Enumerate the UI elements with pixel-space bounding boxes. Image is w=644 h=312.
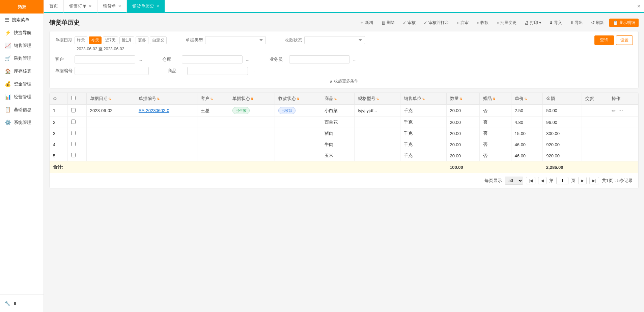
date-btn-today[interactable]: 今天 <box>89 36 102 44</box>
th-doc-date: 单据日期⇅ <box>86 93 135 105</box>
td-transaction <box>582 128 608 139</box>
export-button[interactable]: ⬆ 导出 <box>567 19 586 27</box>
sort-icon-unit-price[interactable]: ⇅ <box>524 97 527 101</box>
td-action: ✏⋯ <box>608 105 638 117</box>
show-detail-button[interactable]: 📋 显示明细 <box>609 19 639 27</box>
next-page-button[interactable]: ▶ <box>578 177 587 184</box>
doc-no-input[interactable] <box>75 67 149 75</box>
goods-ellipsis[interactable]: ... <box>250 68 256 74</box>
audit-print-button[interactable]: ✓ 审核并打印 <box>421 19 451 27</box>
sort-icon-doc-status[interactable]: ⇅ <box>251 97 253 101</box>
customer-input[interactable] <box>75 55 135 63</box>
date-btn-more[interactable]: 更多 <box>136 36 148 44</box>
tab-sales-goods[interactable]: 销货单 ✕ <box>97 0 127 12</box>
first-page-button[interactable]: |◀ <box>526 177 535 184</box>
sidebar-bottom-item-1[interactable]: 🔧 ⏸ <box>0 297 44 309</box>
td-row-checkbox[interactable] <box>67 150 86 161</box>
th-amount: 金额 <box>543 93 582 105</box>
sidebar-item-sys-mgmt[interactable]: ⚙️ 系统管理 <box>0 116 44 129</box>
sort-icon-spec[interactable]: ⇅ <box>376 97 379 101</box>
select-all-checkbox[interactable] <box>71 96 76 100</box>
tab-sales-order-close[interactable]: ✕ <box>89 4 92 8</box>
collect-status-select[interactable] <box>304 36 365 44</box>
customer-ellipsis[interactable]: ... <box>137 56 143 62</box>
import-button[interactable]: ⬇ 导入 <box>547 19 565 27</box>
more-icon[interactable]: ⋯ <box>618 108 623 113</box>
doc-type-select[interactable] <box>205 36 266 44</box>
sidebar-item-purchase-mgmt[interactable]: 🛒 采购管理 <box>0 52 44 65</box>
summary-qty: 100.00 <box>446 161 479 173</box>
goods-input[interactable] <box>187 67 248 75</box>
summary-label: 合计: <box>50 161 86 173</box>
sort-icon-collect-status[interactable]: ⇅ <box>297 97 299 101</box>
sidebar-item-finance-mgmt[interactable]: 💰 资金管理 <box>0 78 44 90</box>
delete-button[interactable]: 🗑 删除 <box>379 19 397 27</box>
audit-button[interactable]: ✓ 审核 <box>400 19 418 27</box>
warehouse-input[interactable] <box>182 55 243 63</box>
batch-change-button[interactable]: ○ 批量变更 <box>494 19 519 27</box>
sort-icon-goods[interactable]: ⇅ <box>334 97 337 101</box>
sort-icon-qty[interactable]: ⇅ <box>459 97 462 101</box>
add-button[interactable]: ＋ 新增 <box>357 18 376 27</box>
refresh-button[interactable]: ↺ 刷新 <box>588 19 607 27</box>
sidebar-item-basic-info[interactable]: 📋 基础信息 <box>0 103 44 116</box>
collect-button[interactable]: ○ 收款 <box>474 19 491 27</box>
sort-icon-customer[interactable]: ⇅ <box>210 97 213 101</box>
date-btn-7days[interactable]: 近7天 <box>103 36 118 44</box>
tab-sales-order[interactable]: 销售订单 ✕ <box>64 0 97 12</box>
search-button[interactable]: 查询 <box>594 35 614 45</box>
salesman-label: 业务员 <box>270 56 287 62</box>
edit-icon[interactable]: ✏ <box>612 108 616 113</box>
th-unit-label: 销售单位 <box>404 96 421 101</box>
row-checkbox-4[interactable] <box>71 153 76 157</box>
row-checkbox-2[interactable] <box>71 131 76 135</box>
td-row-checkbox[interactable] <box>67 128 86 139</box>
sidebar-item-search-menu[interactable]: ☰ 搜索菜单 <box>0 14 44 26</box>
td-row-checkbox[interactable] <box>67 117 86 128</box>
prev-page-button[interactable]: ◀ <box>538 177 547 184</box>
tab-sales-goods-close[interactable]: ✕ <box>118 4 121 8</box>
print-button[interactable]: 🖨 打印 ▾ <box>522 19 544 27</box>
sort-icon-doc-no[interactable]: ⇅ <box>157 97 160 101</box>
tabs-bar: 首页 销售订单 ✕ 销货单 ✕ 销货单历史 ✕ ✕ <box>44 0 644 13</box>
td-goods: 牛肉 <box>321 139 354 150</box>
td-goods: 玉米 <box>321 150 354 161</box>
tab-sales-history[interactable]: 销货单历史 ✕ <box>127 0 165 12</box>
tab-home[interactable]: 首页 <box>44 0 64 12</box>
sort-icon-gift[interactable]: ⇅ <box>493 97 495 101</box>
sidebar-item-inventory[interactable]: 🏠 库存核算 <box>0 65 44 78</box>
date-btn-yesterday[interactable]: 昨天 <box>75 36 87 44</box>
sort-icon-unit[interactable]: ⇅ <box>422 97 425 101</box>
tab-sales-history-close[interactable]: ✕ <box>156 4 159 8</box>
th-collect-status: 收款状态⇅ <box>275 93 321 105</box>
last-page-button[interactable]: ▶| <box>589 177 599 184</box>
row-checkbox-3[interactable] <box>71 142 76 146</box>
abandon-button[interactable]: ○ 弃审 <box>454 19 471 27</box>
td-doc-no: SA-20230602-0 <box>135 105 197 117</box>
page-size-select[interactable]: 50 20 100 <box>505 177 523 185</box>
th-settings[interactable]: ⚙ <box>50 93 67 105</box>
settings-button[interactable]: 设置 <box>616 35 633 45</box>
collapse-button[interactable]: ∧ 收起更多条件 <box>55 78 633 84</box>
sort-icon-doc-date[interactable]: ⇅ <box>108 97 111 101</box>
date-btn-1month[interactable]: 近1月 <box>119 36 135 44</box>
row-checkbox-1[interactable] <box>71 120 76 124</box>
sidebar-item-ops-mgmt[interactable]: 📊 经营管理 <box>0 90 44 103</box>
doc-type-label: 单据类型 <box>186 37 203 43</box>
td-spec <box>354 139 400 150</box>
page-number-input[interactable]: 1 <box>556 177 568 184</box>
th-doc-no-label: 单据编号 <box>139 96 156 101</box>
salesman-ellipsis[interactable]: ... <box>352 56 358 62</box>
sidebar-item-sales-mgmt[interactable]: 📈 销售管理 <box>0 39 44 52</box>
td-row-checkbox[interactable] <box>67 139 86 150</box>
td-collect-status <box>275 128 321 139</box>
sidebar-item-quick-nav[interactable]: ⚡ 快捷导航 <box>0 26 44 39</box>
salesman-input[interactable] <box>289 55 350 63</box>
row-checkbox-0[interactable] <box>71 108 76 112</box>
page-label-suffix: 页 <box>571 178 576 184</box>
warehouse-ellipsis[interactable]: ... <box>245 56 251 62</box>
date-btn-custom[interactable]: 自定义 <box>150 36 167 44</box>
td-row-checkbox[interactable] <box>67 105 86 117</box>
window-close-icon[interactable]: ✕ <box>637 4 641 9</box>
doc-no-link[interactable]: SA-20230602-0 <box>139 108 169 113</box>
